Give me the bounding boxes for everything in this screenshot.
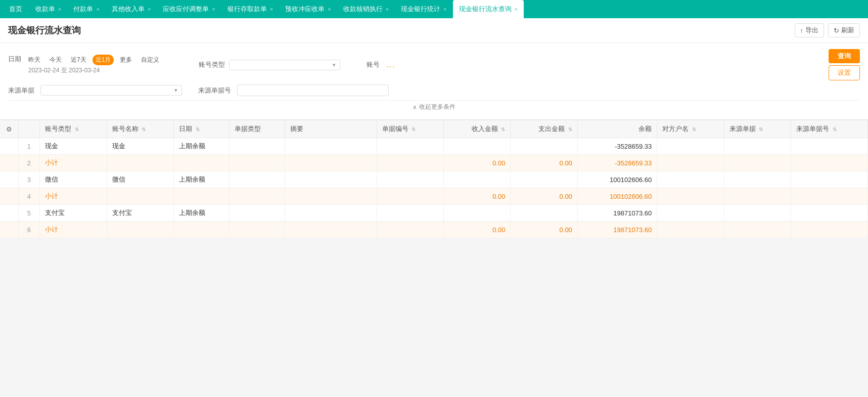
nav-item-5[interactable]: 预收冲应收单 × (279, 0, 337, 18)
cell-settings (0, 188, 18, 205)
col-income[interactable]: 收入金额 ⇅ (444, 120, 511, 138)
cell-expense: 0.00 (511, 188, 577, 205)
source-doc-select[interactable]: ▾ (40, 85, 182, 96)
cell-account-name (107, 222, 173, 238)
cell-expense: 0.00 (511, 155, 577, 171)
collapse-bar[interactable]: ∧ 收起更多条件 (8, 100, 860, 113)
refresh-icon: ↻ (834, 27, 839, 34)
cell-account-name (107, 188, 173, 205)
cell-source-doc (724, 155, 791, 171)
nav-item-7[interactable]: 现金银行统计 × (395, 0, 452, 18)
col-doc-no[interactable]: 单据编号 ⇅ (377, 120, 443, 138)
account-dots[interactable]: ... (386, 60, 395, 69)
cell-source-doc-no (791, 222, 867, 238)
nav-item-8[interactable]: 现金银行流水查询 × (453, 0, 524, 18)
nav-close-7[interactable]: × (443, 6, 446, 12)
sort-income-icon: ⇅ (501, 126, 505, 132)
date-opt-more[interactable]: 更多 (117, 55, 135, 65)
table-row[interactable]: 5支付宝支付宝上期余额19871073.60 (0, 205, 868, 222)
table-row[interactable]: 2小计0.000.00-3528659.33 (0, 155, 868, 171)
cell-source-doc-no (791, 205, 867, 222)
cell-expense (511, 205, 577, 222)
nav-close-8[interactable]: × (515, 6, 518, 12)
account-type-select[interactable]: ▾ (229, 60, 340, 70)
col-counterparty[interactable]: 对方户名 ⇅ (657, 120, 724, 138)
cell-doc-type (230, 171, 285, 188)
col-account-name[interactable]: 账号名称 ⇅ (107, 120, 173, 138)
nav-close-1[interactable]: × (96, 6, 99, 12)
cell-account-type: 小计 (40, 155, 107, 171)
header-actions: ↑ 导出 ↻ 刷新 (795, 23, 860, 37)
source-doc-arrow-icon: ▾ (174, 87, 177, 94)
col-source-doc-no[interactable]: 来源单据号 ⇅ (791, 120, 867, 138)
cell-doc-no (377, 155, 443, 171)
cell-doc-type (230, 188, 285, 205)
nav-close-4[interactable]: × (270, 6, 273, 12)
table-row[interactable]: 6小计0.000.0019871073.60 (0, 222, 868, 238)
account-type-label: 账号类型 (199, 60, 225, 69)
col-summary: 摘要 (285, 120, 377, 138)
date-opt-yesterday[interactable]: 昨天 (25, 55, 43, 65)
table-row[interactable]: 3微信微信上期余额100102606.60 (0, 171, 868, 188)
cell-index: 4 (18, 188, 40, 205)
export-button[interactable]: ↑ 导出 (795, 23, 825, 37)
cell-balance: -3528659.33 (577, 155, 657, 171)
sort-account-name-icon: ⇅ (142, 126, 146, 132)
col-expense[interactable]: 支出金额 ⇅ (511, 120, 577, 138)
cell-index: 5 (18, 205, 40, 222)
cell-balance: 100102606.60 (577, 188, 657, 205)
nav-close-2[interactable]: × (148, 6, 151, 12)
table-row[interactable]: 1现金现金上期余额-3528659.33 (0, 138, 868, 155)
cell-date: 上期余额 (173, 171, 229, 188)
col-balance: 余额 (577, 120, 657, 138)
nav-item-0[interactable]: 收款单 × (29, 0, 67, 18)
cell-date: 上期余额 (173, 138, 229, 155)
nav-close-3[interactable]: × (212, 6, 215, 12)
col-date[interactable]: 日期 ⇅ (173, 120, 229, 138)
date-label: 日期 (8, 55, 21, 64)
col-index (18, 120, 40, 138)
refresh-button[interactable]: ↻ 刷新 (828, 23, 860, 37)
nav-item-6[interactable]: 收款核销执行 × (337, 0, 395, 18)
col-account-type[interactable]: 账号类型 ⇅ (40, 120, 107, 138)
col-doc-type: 单据类型 (230, 120, 285, 138)
date-opt-7days[interactable]: 近7天 (68, 55, 89, 65)
date-opt-custom[interactable]: 自定义 (138, 55, 162, 65)
nav-close-5[interactable]: × (328, 6, 331, 12)
table-row[interactable]: 4小计0.000.00100102606.60 (0, 188, 868, 205)
nav-close-6[interactable]: × (386, 6, 389, 12)
cell-counterparty (657, 171, 724, 188)
cell-account-name: 微信 (107, 171, 173, 188)
query-button[interactable]: 查询 (829, 49, 860, 63)
cell-doc-no (377, 205, 443, 222)
source-doc-no-label: 来源单据号 (198, 86, 231, 95)
date-opt-1month[interactable]: 近1月 (93, 55, 114, 65)
cell-doc-no (377, 188, 443, 205)
cell-settings (0, 205, 18, 222)
cell-expense (511, 138, 577, 155)
nav-item-2[interactable]: 其他收入单 × (106, 0, 157, 18)
source-doc-no-input[interactable] (237, 84, 389, 96)
nav-close-0[interactable]: × (58, 6, 61, 12)
nav-item-3[interactable]: 应收应付调整单 × (157, 0, 221, 18)
cell-date (173, 188, 229, 205)
cell-counterparty (657, 205, 724, 222)
sort-counterparty-icon: ⇅ (692, 126, 696, 132)
table-settings-icon[interactable]: ⚙ (6, 125, 12, 133)
nav-home[interactable]: 首页 (2, 5, 29, 14)
settings-button[interactable]: 设置 (829, 65, 860, 80)
cell-source-doc-no (791, 188, 867, 205)
cell-date: 上期余额 (173, 205, 229, 222)
nav-item-4[interactable]: 银行存取款单 × (221, 0, 279, 18)
date-opt-today[interactable]: 今天 (47, 55, 65, 65)
cell-account-name: 现金 (107, 138, 173, 155)
cell-source-doc-no (791, 171, 867, 188)
cell-source-doc-no (791, 155, 867, 171)
cell-account-name (107, 155, 173, 171)
cell-index: 3 (18, 171, 40, 188)
cell-expense: 0.00 (511, 222, 577, 238)
cell-settings (0, 222, 18, 238)
table-header-row: ⚙ 账号类型 ⇅ 账号名称 ⇅ 日期 ⇅ 单据类型 (0, 120, 868, 138)
col-source-doc[interactable]: 来源单据 ⇅ (724, 120, 791, 138)
nav-item-1[interactable]: 付款单 × (67, 0, 105, 18)
